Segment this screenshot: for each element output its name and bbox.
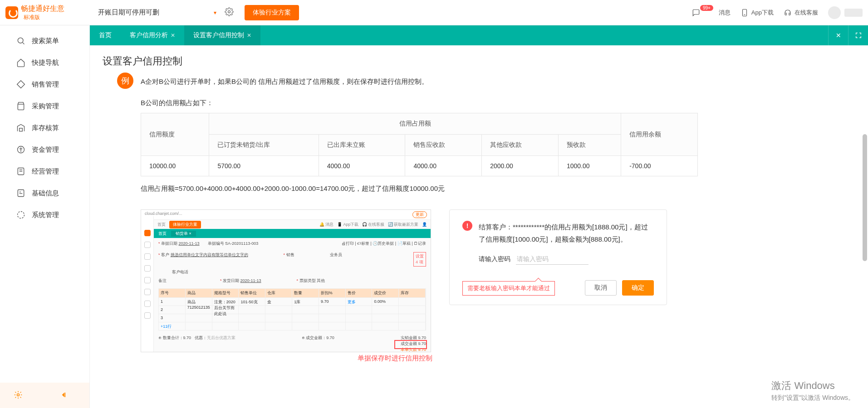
close-all-tabs-button[interactable]: ✕ xyxy=(828,25,848,45)
tabs-bar: 首页 客户信用分析✕ 设置客户信用控制✕ ✕ xyxy=(90,25,868,45)
home-icon xyxy=(16,58,25,67)
sidebar-label: 搜索菜单 xyxy=(32,37,59,45)
svg-point-14 xyxy=(18,212,25,219)
password-input[interactable] xyxy=(516,253,588,265)
product-name: 畅捷通好生意 xyxy=(21,4,64,14)
system-icon xyxy=(16,210,25,219)
embedded-screenshot: cloud.chanjet.com/...更新 首页体验行业方案🔔 消息 📱 A… xyxy=(141,209,431,352)
table-row: 10000.00 5700.00 4000.00 4000.00 2000.00… xyxy=(141,156,698,176)
sidebar-item-purchase[interactable]: 采购管理 xyxy=(0,95,89,117)
th-c3: 销售应收款 xyxy=(405,135,482,156)
ss-crumb: 首页 xyxy=(157,222,166,228)
td-c5: 1000.00 xyxy=(559,156,621,176)
phone-icon xyxy=(740,9,749,17)
logo-icon xyxy=(5,6,18,19)
sidebar-item-business[interactable]: 经营管理 xyxy=(0,160,89,182)
sidebar-item-system[interactable]: 系统管理 xyxy=(0,204,89,226)
close-icon[interactable]: ✕ xyxy=(247,32,251,39)
collapse-icon[interactable] xyxy=(59,390,68,401)
td-c1: 5700.00 xyxy=(209,156,319,176)
warehouse-icon xyxy=(16,123,25,132)
gear-icon[interactable] xyxy=(225,7,234,18)
th-c4: 其他应收款 xyxy=(482,135,559,156)
alert-icon: ! xyxy=(462,221,472,231)
tab-label: 首页 xyxy=(99,31,112,39)
example-text: A企对B公司进行开单时，如果B公司的 信用占用额超过了信用额度，则在保存时进行信… xyxy=(141,75,428,87)
svg-rect-16 xyxy=(65,393,66,397)
user-avatar-area[interactable] xyxy=(828,6,863,19)
th-c1: 已订货未销货/出库 xyxy=(209,135,319,156)
online-service-label: 在线客服 xyxy=(794,9,818,17)
info-icon xyxy=(16,189,25,198)
headset-icon xyxy=(784,9,792,17)
settings-gear-icon[interactable] xyxy=(14,390,23,401)
logo-area: 畅捷通好生意 标准版 xyxy=(5,4,87,21)
sidebar-item-finance[interactable]: 资金管理 xyxy=(0,139,89,160)
tab-label: 客户信用分析 xyxy=(130,31,168,39)
account-selector-label: 开账日期可停用可删 xyxy=(98,8,159,17)
industry-plan-button[interactable]: 体验行业方案 xyxy=(245,5,299,20)
ss-mini-sidebar xyxy=(141,216,154,352)
th-c5: 预收款 xyxy=(559,135,621,156)
scrollbar-thumb[interactable] xyxy=(863,134,867,261)
th-c2: 已出库未立账 xyxy=(319,135,405,156)
sidebar: 搜索菜单 快捷导航 销售管理 采购管理 库存核算 资金管理 经营管理 基础信息 … xyxy=(0,25,90,408)
sidebar-label: 基础信息 xyxy=(32,189,59,198)
scrollbar-rail[interactable] xyxy=(863,89,867,403)
close-icon[interactable]: ✕ xyxy=(171,32,175,39)
sidebar-label: 经营管理 xyxy=(32,167,59,176)
chevron-down-icon: ▾ xyxy=(214,10,216,16)
sidebar-label: 库存核算 xyxy=(32,124,59,132)
sidebar-item-inventory[interactable]: 库存核算 xyxy=(0,117,89,139)
page-title: 设置客户信用控制 xyxy=(90,45,868,73)
credit-warning-dialog: ! 结算客户：************的信用占用额为[1888.00元]，超过了… xyxy=(449,209,667,305)
formula-text: 信用占用额=5700.00+4000.00+4000.00+2000.00-10… xyxy=(141,185,841,193)
sidebar-item-sales[interactable]: 销售管理 xyxy=(0,73,89,95)
credit-table: 信用额度 信用占用额 信用用余额 已订货未销货/出库 已出库未立账 销售应收款 … xyxy=(141,113,698,176)
td-c4: 2000.00 xyxy=(482,156,559,176)
sidebar-label: 系统管理 xyxy=(32,211,59,219)
sidebar-item-basicinfo[interactable]: 基础信息 xyxy=(0,182,89,204)
ok-button[interactable]: 确定 xyxy=(622,280,654,296)
avatar-icon xyxy=(828,6,841,19)
watermark-line2: 转到"设置"以激活 Windows。 xyxy=(771,393,854,403)
bag-icon xyxy=(16,102,25,111)
highlight-save-button xyxy=(394,340,427,349)
td-c2: 4000.00 xyxy=(319,156,405,176)
search-icon xyxy=(16,36,25,45)
illustration-row: cloud.chanjet.com/...更新 首页体验行业方案🔔 消息 📱 A… xyxy=(141,209,841,352)
th-balance: 信用用余额 xyxy=(621,113,698,156)
svg-line-4 xyxy=(23,43,25,44)
sidebar-label: 销售管理 xyxy=(32,80,59,89)
sidebar-item-search[interactable]: 搜索菜单 xyxy=(0,30,89,52)
money-icon xyxy=(16,145,25,154)
ss-tab1: 首页 xyxy=(154,231,171,237)
tab-credit-analysis[interactable]: 客户信用分析✕ xyxy=(121,25,184,45)
windows-watermark: 激活 Windows 转到"设置"以激活 Windows。 xyxy=(771,378,854,403)
sidebar-item-quicknav[interactable]: 快捷导航 xyxy=(0,52,89,73)
td-c3: 4000.00 xyxy=(405,156,482,176)
svg-point-3 xyxy=(18,38,23,43)
watermark-line1: 激活 Windows xyxy=(771,378,854,393)
edition-tag: 标准版 xyxy=(24,14,64,21)
messages-link[interactable]: 99+ 消息 xyxy=(692,9,731,17)
content-area: 设置客户信用控制 例 A企对B公司进行开单时，如果B公司的 信用占用额超过了信用… xyxy=(90,45,868,408)
svg-rect-1 xyxy=(742,9,746,16)
svg-rect-11 xyxy=(18,190,24,197)
td-limit: 10000.00 xyxy=(141,156,209,176)
fullscreen-button[interactable] xyxy=(848,25,868,45)
ss-tab2: 销货单 × xyxy=(171,231,196,237)
tab-home[interactable]: 首页 xyxy=(90,25,121,45)
sidebar-footer xyxy=(0,383,89,408)
cancel-button[interactable]: 取消 xyxy=(585,280,617,296)
app-download-link[interactable]: App下载 xyxy=(740,9,774,17)
account-selector[interactable]: 开账日期可停用可删 ▾ xyxy=(98,8,216,17)
dialog-message: 结算客户：************的信用占用额为[1888.00元]，超过了信用… xyxy=(479,221,654,245)
tab-label: 设置客户信用控制 xyxy=(193,31,244,39)
th-occupied-group: 信用占用额 xyxy=(209,113,621,135)
tab-credit-settings[interactable]: 设置客户信用控制✕ xyxy=(184,25,260,45)
svg-point-0 xyxy=(228,11,230,13)
app-download-label: App下载 xyxy=(751,9,774,17)
online-service-link[interactable]: 在线客服 xyxy=(784,9,818,17)
sub-line: B公司的信用额占如下： xyxy=(141,99,841,107)
